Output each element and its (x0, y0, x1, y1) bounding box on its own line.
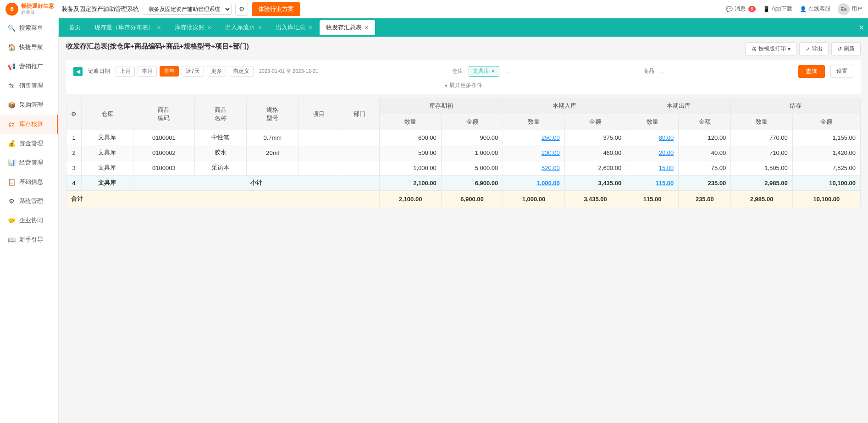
date-btn-custom[interactable]: 自定义 (229, 66, 254, 77)
sidebar-item-system[interactable]: ⚙ 系统管理 (0, 192, 58, 211)
search-icon: 🔍 (7, 24, 16, 32)
warehouse-more-button[interactable]: ... (505, 68, 509, 75)
subtotal-label: 小计 (133, 176, 380, 191)
row-in-amt: 2,600.00 (564, 160, 626, 176)
layout: 🔍 搜索菜单 🏠 快捷导航 📢 营销推广 🛍 销售管理 📦 采购管理 🗂 库存核… (0, 18, 868, 423)
sidebar-item-cooperation[interactable]: 🤝 企业协同 (0, 211, 58, 230)
chevron-down-icon: ▾ (788, 46, 791, 52)
subtotal-out-amt: 235.00 (679, 176, 731, 191)
expand-icon: ▾ (445, 82, 448, 89)
sidebar-item-sales[interactable]: 🛍 销售管理 (0, 76, 58, 95)
date-btn-this-month[interactable]: 本月 (138, 66, 157, 77)
home-icon: 🏠 (7, 44, 16, 51)
filter-toggle-button[interactable]: ◀ (73, 67, 83, 76)
sidebar-item-basic[interactable]: 📋 基础信息 (0, 172, 58, 192)
total-out-qty: 115.00 (626, 191, 679, 207)
date-btn-last-month[interactable]: 上月 (116, 66, 135, 77)
logo-icon: 6 (6, 3, 18, 16)
tab-close-icon[interactable]: ✕ (157, 25, 161, 31)
sidebar-item-marketing[interactable]: 📢 营销推广 (0, 57, 58, 76)
marketing-icon: 📢 (7, 63, 16, 70)
expand-more-button[interactable]: ▾ 展开更多条件 (445, 82, 482, 89)
row-in-qty[interactable]: 520.00 (503, 160, 564, 176)
row-code: 0100001 (133, 130, 194, 145)
table-row: 2 文具库 0100002 胶水 20ml 500.00 1,000.00 23… (66, 145, 861, 160)
tab-close-icon[interactable]: ✕ (258, 25, 262, 31)
tab-home[interactable]: 首页 (62, 20, 87, 35)
tab-inventory-dist[interactable]: 现存量（库存分布表） ✕ (88, 20, 167, 35)
sidebar-item-label: 搜索菜单 (19, 24, 43, 32)
table-setting-button[interactable]: 设置 (830, 65, 853, 78)
app-download-button[interactable]: 📱 App下载 (763, 5, 792, 13)
cooperation-icon: 🤝 (7, 217, 16, 224)
online-service-button[interactable]: 👤 在线客服 (800, 5, 830, 13)
row-close-amt: 1,155.00 (792, 130, 860, 145)
date-btn-this-year[interactable]: 本年 (160, 66, 179, 77)
sidebar-item-search[interactable]: 🔍 搜索菜单 (0, 18, 58, 38)
table-header-group-row: ⚙ 仓库 商品编码 商品名称 规格型号 项目 部门 库存期初 本期入库 本期出库… (66, 98, 861, 114)
row-in-qty[interactable]: 230.00 (503, 145, 564, 160)
tab-bar-close-icon[interactable]: ✕ (858, 23, 864, 32)
row-name: 胶水 (195, 145, 247, 160)
sidebar-item-quick-nav[interactable]: 🏠 快捷导航 (0, 38, 58, 57)
total-label: 合计 (66, 191, 380, 207)
row-in-qty[interactable]: 250.00 (503, 130, 564, 145)
date-btn-more[interactable]: 更多 (207, 66, 226, 77)
export-button[interactable]: ↗ 导出 (799, 42, 829, 55)
warehouse-label: 仓库 (452, 67, 463, 75)
col-in-group: 本期入库 (503, 98, 626, 114)
total-in-qty: 1,000.00 (503, 191, 564, 207)
subtotal-in-qty: 1,000.00 (503, 176, 564, 191)
col-warehouse-header: 仓库 (82, 98, 133, 130)
row-close-qty: 770.00 (731, 130, 792, 145)
print-button[interactable]: 🖨 按模版打印 ▾ (745, 42, 796, 55)
warehouse-tag-close[interactable]: ✕ (491, 68, 495, 74)
sidebar-item-purchase[interactable]: 📦 采购管理 (0, 95, 58, 115)
sidebar-item-finance[interactable]: 💰 资金管理 (0, 134, 58, 153)
col-settings-header[interactable]: ⚙ (66, 98, 82, 130)
row-name: 中性笔 (195, 130, 247, 145)
row-open-qty: 1,000.00 (380, 160, 441, 176)
sidebar-item-operation[interactable]: 📊 经营管理 (0, 153, 58, 172)
user-area[interactable]: Ea 用户 (838, 3, 862, 15)
message-button[interactable]: 💬 消息 6 (726, 5, 756, 13)
tab-close-icon[interactable]: ✕ (365, 25, 369, 31)
row-out-qty[interactable]: 15.00 (626, 160, 679, 176)
sidebar-item-label: 企业协同 (19, 216, 43, 225)
col-in-amt: 金额 (564, 114, 626, 130)
filter-row-1: ◀ 记账日期 上月 本月 本年 近7天 更多 自定义 2023-01-01 至 … (73, 65, 853, 78)
tab-receive-send[interactable]: 收发存汇总表 ✕ (320, 20, 375, 35)
settings-gear-button[interactable]: ⚙ (235, 3, 248, 16)
tab-batch[interactable]: 库存批次账 ✕ (168, 20, 218, 35)
row-spec: 0.7mm (246, 130, 299, 145)
content-area: 收发存汇总表(按仓库+商品编码+商品+规格型号+项目+部门) 🖨 按模版打印 ▾… (59, 37, 868, 423)
col-spec-header: 规格型号 (246, 98, 299, 130)
total-row: 合计 2,100.00 6,900.00 1,000.00 3,435.00 1… (66, 191, 861, 207)
sidebar-item-guide[interactable]: 📖 新手引导 (0, 230, 58, 249)
trial-button[interactable]: 体验行业方案 (252, 2, 300, 16)
tab-flow[interactable]: 出入库流水 ✕ (219, 20, 268, 35)
tab-summary[interactable]: 出入库汇总 ✕ (269, 20, 319, 35)
sidebar-item-inventory[interactable]: 🗂 库存核算 (0, 115, 58, 134)
sidebar-item-label: 快捷导航 (19, 43, 43, 51)
date-btn-7days[interactable]: 近7天 (182, 66, 204, 77)
row-out-qty[interactable]: 20.00 (626, 145, 679, 160)
row-out-amt: 75.00 (679, 160, 731, 176)
row-close-amt: 7,525.00 (792, 160, 860, 176)
warehouse-tag: 文具库 ✕ (469, 66, 499, 77)
col-in-qty: 数量 (503, 114, 564, 130)
row-no: 3 (66, 160, 82, 176)
tab-close-icon[interactable]: ✕ (207, 25, 211, 31)
goods-label: 商品 (643, 67, 654, 75)
system-selector[interactable]: 装备及固定资产辅助管理系统 (143, 4, 232, 15)
row-out-qty[interactable]: 80.00 (626, 130, 679, 145)
tab-close-icon[interactable]: ✕ (308, 25, 312, 31)
query-button[interactable]: 查询 (798, 65, 825, 78)
page-title: 收发存汇总表(按仓库+商品编码+商品+规格型号+项目+部门) (66, 42, 249, 51)
refresh-button[interactable]: ↺ 刷新 (831, 42, 861, 55)
subtotal-out-qty: 115.00 (626, 176, 679, 191)
guide-icon: 📖 (7, 236, 16, 243)
goods-more-button[interactable]: ... (660, 68, 664, 75)
tab-label: 出入库流水 (225, 23, 255, 32)
table-body: 1 文具库 0100001 中性笔 0.7mm 600.00 900.00 25… (66, 130, 861, 191)
